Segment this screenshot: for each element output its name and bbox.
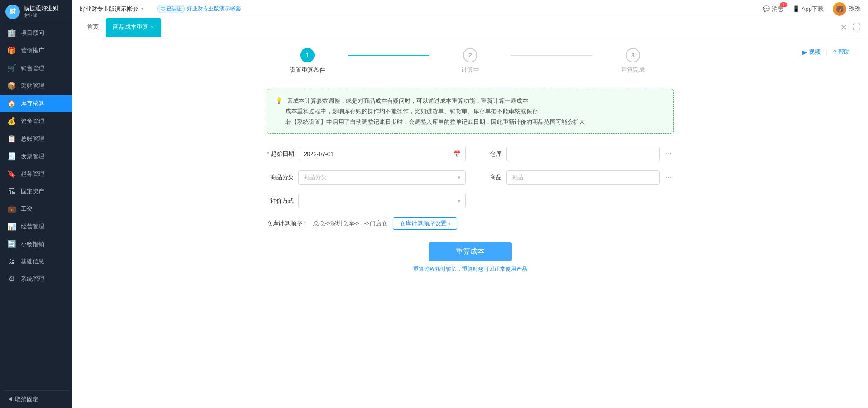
- sidebar-item-invoice[interactable]: 🧾 发票管理: [0, 147, 72, 165]
- steps-area: 1 设置重算条件 2 计算中 3: [90, 48, 850, 74]
- chevron-down-icon: ▾: [458, 174, 461, 181]
- calendar-icon: 📅: [453, 150, 461, 157]
- tab-bar: 首页 商品成本重算 × ✕ ⛶: [72, 18, 868, 37]
- step-2-label: 计算中: [462, 66, 479, 74]
- message-badge: 1: [780, 2, 787, 7]
- video-link[interactable]: ▶ 视频: [802, 48, 821, 56]
- sidebar-item-operation[interactable]: 📊 经营管理: [0, 218, 72, 235]
- warehouse-more-icon[interactable]: ···: [664, 150, 674, 158]
- sidebar-item-tax[interactable]: 🔖 税务管理: [0, 165, 72, 183]
- app-edition: 专业版: [24, 12, 59, 19]
- step-1: 1 设置重算条件: [267, 48, 348, 74]
- marketing-icon: 🎁: [7, 46, 16, 55]
- sidebar-item-system[interactable]: ⚙ 系统管理: [0, 270, 72, 288]
- sidebar-item-finance[interactable]: 💰 资金管理: [0, 112, 72, 130]
- submit-note: 重算过程耗时较长，重算时您可以正常使用产品: [267, 266, 674, 273]
- sidebar-item-label: 基础信息: [21, 257, 44, 266]
- steps-wrapper: 1 设置重算条件 2 计算中 3: [267, 48, 674, 74]
- sidebar-item-label: 销售管理: [21, 64, 44, 72]
- start-date-input[interactable]: 2022-07-01 📅: [299, 147, 466, 161]
- step-line-1: [348, 55, 429, 56]
- tab-expand-icon[interactable]: ⛶: [853, 23, 861, 32]
- app-download-button[interactable]: 📱 App下载: [793, 5, 824, 13]
- category-select[interactable]: 商品分类 ▾: [298, 170, 466, 185]
- step-2: 2 计算中: [429, 48, 511, 74]
- submit-area: 重算成本 重算过程耗时较长，重算时您可以正常使用产品: [267, 242, 674, 273]
- form-row-1: 起始日期 2022-07-01 📅 仓库 ···: [267, 147, 674, 161]
- tab-home[interactable]: 首页: [80, 18, 106, 37]
- category-label: 商品分类: [267, 173, 294, 181]
- sidebar-unpin-button[interactable]: ◀ 取消固定: [0, 391, 72, 408]
- warehouse-order-prefix: 仓库计算顺序：: [267, 219, 308, 228]
- step-3: 3 重算完成: [592, 48, 674, 74]
- price-method-field: 计价方式 ▾: [267, 194, 466, 208]
- user-avatar-area[interactable]: 🐻 珠珠: [833, 2, 861, 16]
- sidebar-item-sales[interactable]: 🛒 销售管理: [0, 59, 72, 77]
- message-icon: 💬: [763, 5, 770, 12]
- sidebar-item-inventory[interactable]: 🏠 库存核算: [0, 95, 72, 112]
- sidebar-nav: 🏢 项目顾问 🎁 营销推广 🛒 销售管理 📦 采购管理 🏠 库存核算 💰 资金管…: [0, 24, 72, 390]
- help-link[interactable]: ? 帮助: [833, 48, 850, 56]
- sidebar-item-expense[interactable]: 🔄 小畅报销: [0, 235, 72, 253]
- app-name: 畅捷通好业财: [24, 5, 59, 13]
- app-download-label: App下载: [802, 5, 824, 13]
- goods-input[interactable]: 商品: [506, 170, 660, 185]
- sidebar-item-payroll[interactable]: 💼 工资: [0, 200, 72, 218]
- shield-icon: 🛡: [160, 6, 165, 12]
- sidebar-item-label: 营销推广: [21, 47, 44, 55]
- recalc-button[interactable]: 重算成本: [429, 242, 512, 261]
- warehouse-order-row: 仓库计算顺序： 总仓->深圳仓库->...->门店仓 仓库计算顺序设置 ›: [267, 217, 674, 230]
- sidebar-item-label: 资金管理: [21, 117, 44, 125]
- account-selector[interactable]: 好业财专业版演示帐套 ▾: [80, 5, 152, 13]
- sidebar-item-label: 库存核算: [21, 100, 44, 108]
- expense-icon: 🔄: [7, 240, 16, 248]
- tab-close-window-icon[interactable]: ✕: [840, 23, 847, 33]
- sidebar-item-label: 项目顾问: [21, 29, 44, 37]
- goods-more-icon[interactable]: ···: [664, 173, 674, 181]
- verified-area: 🛡 已认证 好业财专业版演示帐套: [157, 5, 241, 13]
- sidebar-item-marketing[interactable]: 🎁 营销推广: [0, 42, 72, 59]
- sidebar-item-purchase[interactable]: 📦 采购管理: [0, 77, 72, 95]
- chevron-right-icon: ›: [448, 220, 450, 227]
- payroll-icon: 💼: [7, 204, 16, 213]
- warehouse-input[interactable]: [506, 147, 660, 161]
- step-1-num: 1: [306, 52, 309, 59]
- sidebar-item-accounting[interactable]: 📋 总账管理: [0, 130, 72, 147]
- sidebar-item-label: 工资: [21, 205, 33, 213]
- system-icon: ⚙: [7, 275, 16, 283]
- help-icon: ?: [833, 49, 836, 56]
- message-button[interactable]: 💬 消息 1: [763, 5, 783, 13]
- sidebar-item-fixedasset[interactable]: 🏗 固定资产: [0, 183, 72, 200]
- tab-active-label: 商品成本重算: [113, 23, 148, 31]
- recalc-button-label: 重算成本: [456, 247, 485, 255]
- form-row-3: 计价方式 ▾: [267, 194, 674, 208]
- sidebar-item-label: 小畅报销: [21, 240, 44, 248]
- warehouse-order-value: 总仓->深圳仓库->...->门店仓: [313, 219, 387, 228]
- info-icon: 💡: [275, 97, 283, 104]
- warehouse-label: 仓库: [475, 150, 502, 158]
- warehouse-order-btn[interactable]: 仓库计算顺序设置 ›: [393, 217, 457, 230]
- phone-icon: 📱: [793, 5, 800, 12]
- page-content: 1 设置重算条件 2 计算中 3: [72, 37, 868, 408]
- finance-icon: 💰: [7, 117, 16, 125]
- step-3-circle: 3: [626, 48, 640, 62]
- sidebar-item-label: 发票管理: [21, 152, 44, 161]
- tab-cost-recalc[interactable]: 商品成本重算 ×: [106, 18, 161, 37]
- info-line3: 若【系统设置】中启用了自动调整记账日期时，会调整入库单的整单记账日期，因此重新计…: [285, 119, 585, 125]
- info-box: 💡 因成本计算参数调整，或是对商品成本有疑问时，可以通过成本重算功能，重新计算一…: [267, 89, 674, 134]
- start-date-value: 2022-07-01: [304, 151, 334, 157]
- sidebar-item-basic[interactable]: 🗂 基础信息: [0, 253, 72, 270]
- step-line-2: [511, 55, 592, 56]
- account-selector-arrow-icon: ▾: [141, 6, 144, 12]
- sidebar-item-label: 采购管理: [21, 82, 44, 90]
- price-method-select[interactable]: ▾: [298, 194, 466, 208]
- account-full-name: 好业财专业版演示帐套: [187, 5, 241, 13]
- sidebar-item-project[interactable]: 🏢 项目顾问: [0, 24, 72, 42]
- sidebar-item-label: 经营管理: [21, 223, 44, 231]
- tab-close-icon[interactable]: ×: [151, 24, 154, 30]
- help-label: 帮助: [838, 48, 850, 56]
- step-1-circle: 1: [300, 48, 315, 62]
- warehouse-order-btn-label: 仓库计算顺序设置: [400, 219, 447, 228]
- step-3-num: 3: [631, 52, 635, 59]
- goods-placeholder: 商品: [511, 173, 523, 181]
